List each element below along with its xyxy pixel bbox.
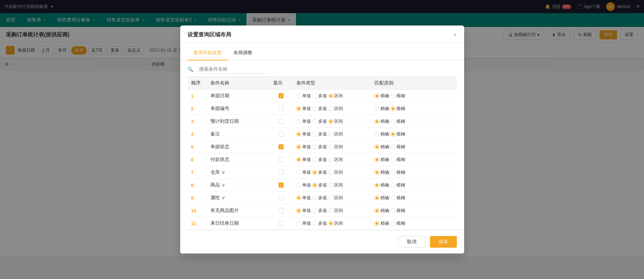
radio-btn-match-fuzzy[interactable] xyxy=(391,145,395,149)
type-option-multi[interactable]: 多值 xyxy=(312,144,327,150)
search-input[interactable] xyxy=(196,65,269,74)
show-checkbox[interactable] xyxy=(278,131,284,137)
radio-btn-single[interactable] xyxy=(296,221,301,226)
show-checkbox[interactable] xyxy=(278,170,284,175)
radio-btn-multi[interactable] xyxy=(312,221,317,226)
radio-btn-multi[interactable] xyxy=(312,157,317,162)
type-option-single[interactable]: 单值 xyxy=(296,118,311,125)
radio-btn-range[interactable] xyxy=(328,132,333,137)
radio-btn-match-fuzzy[interactable] xyxy=(391,208,395,213)
radio-btn-match-exact[interactable] xyxy=(375,132,379,137)
radio-btn-multi[interactable] xyxy=(312,94,317,98)
match-option-exact[interactable]: 精确 xyxy=(375,106,389,112)
radio-btn-range[interactable] xyxy=(328,221,333,226)
radio-btn-range[interactable] xyxy=(328,106,333,111)
radio-btn-single[interactable] xyxy=(296,119,301,124)
show-checkbox[interactable] xyxy=(278,119,284,124)
type-option-range[interactable]: 区间 xyxy=(328,157,343,163)
radio-btn-match-exact[interactable] xyxy=(375,94,379,98)
type-option-single[interactable]: 单值 xyxy=(296,93,311,99)
type-option-multi[interactable]: 多值 xyxy=(312,208,327,214)
match-option-exact[interactable]: 精确 xyxy=(375,157,389,163)
radio-btn-range[interactable] xyxy=(328,157,333,162)
match-option-fuzzy[interactable]: 模糊 xyxy=(391,93,405,99)
match-option-exact[interactable]: 精确 xyxy=(375,220,389,227)
match-option-fuzzy[interactable]: 模糊 xyxy=(391,131,405,137)
type-option-range[interactable]: 区间 xyxy=(328,182,343,188)
radio-btn-match-fuzzy[interactable] xyxy=(391,119,395,124)
match-option-fuzzy[interactable]: 模糊 xyxy=(391,106,405,112)
type-option-range[interactable]: 区间 xyxy=(328,118,343,125)
match-option-fuzzy[interactable]: 模糊 xyxy=(391,118,405,125)
type-option-single[interactable]: 单值 xyxy=(296,182,311,188)
match-option-exact[interactable]: 精确 xyxy=(375,144,389,150)
radio-btn-range[interactable] xyxy=(328,119,333,124)
radio-btn-multi[interactable] xyxy=(312,170,317,175)
radio-btn-single[interactable] xyxy=(296,157,301,162)
radio-btn-match-exact[interactable] xyxy=(375,183,379,188)
match-option-exact[interactable]: 精确 xyxy=(375,169,389,176)
match-option-fuzzy[interactable]: 模糊 xyxy=(391,157,405,163)
radio-btn-single[interactable] xyxy=(296,196,301,200)
radio-btn-match-exact[interactable] xyxy=(375,208,379,213)
radio-btn-match-exact[interactable] xyxy=(375,196,379,200)
tab-layout-adjust[interactable]: 布局调整 xyxy=(228,47,258,60)
type-option-single[interactable]: 单值 xyxy=(296,220,311,227)
match-option-exact[interactable]: 精确 xyxy=(375,131,389,137)
type-option-range[interactable]: 区间 xyxy=(328,208,343,214)
radio-btn-range[interactable] xyxy=(328,208,333,213)
type-option-multi[interactable]: 多值 xyxy=(312,157,327,163)
type-option-single[interactable]: 单值 xyxy=(296,106,311,112)
type-option-multi[interactable]: 多值 xyxy=(312,106,327,112)
radio-btn-range[interactable] xyxy=(328,145,333,149)
radio-btn-range[interactable] xyxy=(328,196,333,200)
type-option-single[interactable]: 单值 xyxy=(296,144,311,150)
tab-query-fields[interactable]: 查询字段设置 xyxy=(187,47,228,60)
type-option-multi[interactable]: 多值 xyxy=(312,131,327,137)
show-checkbox[interactable] xyxy=(278,182,284,188)
radio-btn-multi[interactable] xyxy=(312,196,317,200)
radio-btn-range[interactable] xyxy=(328,170,333,175)
radio-btn-match-fuzzy[interactable] xyxy=(391,94,395,98)
type-option-single[interactable]: 单值 xyxy=(296,169,311,176)
type-option-single[interactable]: 单值 xyxy=(296,195,311,201)
match-option-exact[interactable]: 精确 xyxy=(375,208,389,214)
match-option-exact[interactable]: 精确 xyxy=(375,182,389,188)
radio-btn-range[interactable] xyxy=(328,94,333,98)
radio-btn-single[interactable] xyxy=(296,183,301,188)
type-option-multi[interactable]: 多值 xyxy=(312,220,327,227)
show-checkbox[interactable] xyxy=(278,93,284,98)
radio-btn-multi[interactable] xyxy=(312,183,317,188)
match-option-fuzzy[interactable]: 模糊 xyxy=(391,169,405,176)
cancel-button[interactable]: 取消 xyxy=(398,236,426,248)
radio-btn-single[interactable] xyxy=(296,145,301,149)
match-option-fuzzy[interactable]: 模糊 xyxy=(391,208,405,214)
radio-btn-match-fuzzy[interactable] xyxy=(391,170,395,175)
show-checkbox[interactable] xyxy=(278,195,284,200)
show-checkbox[interactable] xyxy=(278,106,284,111)
type-option-range[interactable]: 区间 xyxy=(328,220,343,227)
radio-btn-range[interactable] xyxy=(328,183,333,188)
radio-btn-match-exact[interactable] xyxy=(375,145,379,149)
type-option-single[interactable]: 单值 xyxy=(296,208,311,214)
show-checkbox[interactable] xyxy=(278,144,284,149)
radio-btn-match-fuzzy[interactable] xyxy=(391,196,395,200)
save-button[interactable]: 保存 xyxy=(430,236,457,248)
match-option-exact[interactable]: 精确 xyxy=(375,93,389,99)
radio-btn-match-exact[interactable] xyxy=(375,119,379,124)
type-option-range[interactable]: 区间 xyxy=(328,195,343,201)
match-option-fuzzy[interactable]: 模糊 xyxy=(391,144,405,150)
show-checkbox[interactable] xyxy=(278,208,284,213)
radio-btn-match-exact[interactable] xyxy=(375,106,379,111)
match-option-exact[interactable]: 精确 xyxy=(375,195,389,201)
radio-btn-multi[interactable] xyxy=(312,106,317,111)
modal-close-button[interactable]: × xyxy=(453,32,457,38)
radio-btn-multi[interactable] xyxy=(312,145,317,149)
radio-btn-single[interactable] xyxy=(296,208,301,213)
radio-btn-match-exact[interactable] xyxy=(375,221,379,226)
radio-btn-match-fuzzy[interactable] xyxy=(391,106,395,111)
match-option-fuzzy[interactable]: 模糊 xyxy=(391,220,405,227)
type-option-single[interactable]: 单值 xyxy=(296,157,311,163)
radio-btn-match-fuzzy[interactable] xyxy=(391,221,395,226)
radio-btn-single[interactable] xyxy=(296,170,301,175)
